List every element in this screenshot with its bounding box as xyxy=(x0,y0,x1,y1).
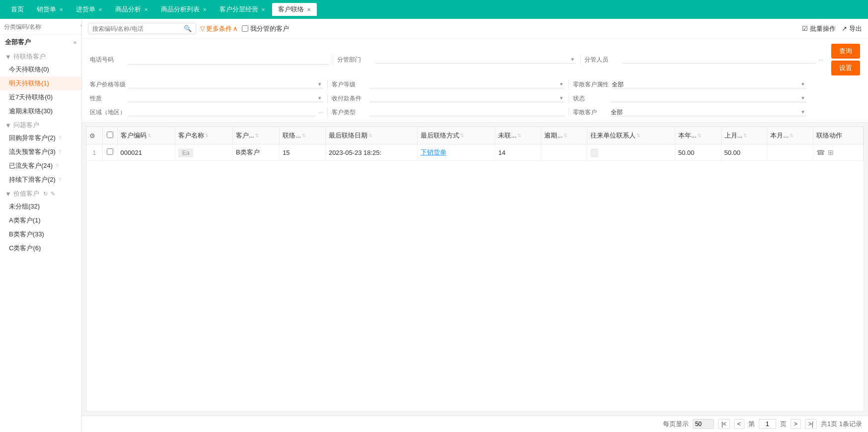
sidebar-item-declining[interactable]: 持续下滑客户(2) ? xyxy=(0,173,81,187)
close-product-analysis-icon[interactable]: ✕ xyxy=(144,7,148,12)
help-icon-2[interactable]: ? xyxy=(58,149,61,155)
problem-customers-group[interactable]: ▼ 问题客户 xyxy=(0,118,81,131)
help-icon-3[interactable]: ? xyxy=(55,163,58,169)
row-checkbox[interactable] xyxy=(107,148,113,155)
value-customers-group[interactable]: ▼ 价值客户 ↻ ✎ xyxy=(0,187,81,200)
sort-method-icon[interactable]: ⇅ xyxy=(460,133,464,138)
sidebar-item-class-b[interactable]: B类客户(33) xyxy=(0,227,81,241)
close-sales-order-icon[interactable]: ✕ xyxy=(59,7,63,12)
sort-overdue-icon[interactable]: ⇅ xyxy=(564,133,568,138)
edit-icon[interactable]: ✎ xyxy=(51,191,55,197)
all-customers-title[interactable]: 全部客户 « xyxy=(0,35,81,50)
row-action-more-icon[interactable]: ⊞ xyxy=(828,148,834,156)
sort-this-month-icon[interactable]: ⇅ xyxy=(790,133,794,138)
page-size-select[interactable]: 50 100 200 xyxy=(693,419,714,429)
my-customers-checkbox[interactable] xyxy=(242,25,248,32)
sort-uncontacted-icon[interactable]: ⇅ xyxy=(517,133,521,138)
sidebar-item-class-c[interactable]: C类客户(6) xyxy=(0,241,81,255)
nav-customer-segmentation[interactable]: 客户分层经营 ✕ xyxy=(214,3,271,16)
sort-name-icon[interactable]: ⇅ xyxy=(205,133,209,138)
region-select[interactable] xyxy=(129,109,316,116)
status-select[interactable] xyxy=(611,95,806,102)
query-button[interactable]: 查询 xyxy=(831,44,860,59)
pending-contact-group[interactable]: ▼ 待联络客户 xyxy=(0,50,81,63)
payment-select[interactable] xyxy=(369,95,565,102)
dept-select[interactable] xyxy=(375,56,576,63)
phone-input[interactable] xyxy=(128,55,329,65)
sidebar-item-ungrouped[interactable]: 未分组(32) xyxy=(0,200,81,214)
help-icon-4[interactable]: ? xyxy=(58,177,61,183)
first-page-button[interactable]: |< xyxy=(718,419,730,429)
retail-customer-select[interactable]: 全部 xyxy=(611,109,806,116)
nature-select[interactable] xyxy=(128,95,323,102)
th-this-month: 本月... ⇅ xyxy=(767,127,813,144)
sidebar-item-7day-contact[interactable]: 近7天待联络(0) xyxy=(0,90,81,104)
search-input[interactable] xyxy=(92,25,182,32)
sort-code-icon[interactable]: ⇅ xyxy=(147,133,151,138)
close-product-analysis-list-icon[interactable]: ✕ xyxy=(203,7,207,12)
search-submit-icon[interactable]: 🔍 xyxy=(184,25,192,32)
sort-contact-count-icon[interactable]: ⇅ xyxy=(302,133,306,138)
status-wrap: ▼ xyxy=(611,95,806,102)
page-number-input[interactable] xyxy=(759,419,776,429)
nav-product-analysis-list[interactable]: 商品分析列表 ✕ xyxy=(155,3,213,16)
sidebar-item-churn-warning[interactable]: 流失预警客户(3) ? xyxy=(0,145,81,159)
settings-button[interactable]: 设置 xyxy=(831,61,860,75)
filter-retail-customer: 零散客户 全部 ▼ xyxy=(573,108,806,117)
sidebar-item-tomorrow-contact[interactable]: 明天待联络(1) xyxy=(0,76,81,90)
nav-purchase-order[interactable]: 进货单 ✕ xyxy=(70,3,108,16)
sort-this-year-icon[interactable]: ⇅ xyxy=(698,133,702,138)
sidebar-item-overdue-contact[interactable]: 逾期未联络(30) xyxy=(0,104,81,118)
contact-method-link[interactable]: 下销货单 xyxy=(421,148,446,156)
top-navigation: 首页 销货单 ✕ 进货单 ✕ 商品分析 ✕ 商品分析列表 ✕ 客户分层经营 ✕ … xyxy=(0,0,868,19)
row-last-contact-date: 2023-05-23 18:25: xyxy=(325,144,417,161)
my-customers-checkbox-wrap[interactable]: 我分管的客户 xyxy=(242,24,289,33)
price-level-select[interactable] xyxy=(129,81,323,88)
data-table-area: ⚙ 客户编码 ⇅ 客户名称 xyxy=(86,127,864,412)
nav-customer-contact[interactable]: 客户联络 ✕ xyxy=(272,3,317,16)
refresh-icon[interactable]: ↻ xyxy=(43,191,48,197)
customer-type-select[interactable] xyxy=(369,109,565,116)
sort-person-icon[interactable]: ⇅ xyxy=(637,133,641,138)
filter-icon: ▽ xyxy=(200,25,205,32)
region-more-icon[interactable]: ··· xyxy=(319,109,323,115)
nav-sales-order[interactable]: 销货单 ✕ xyxy=(31,3,69,16)
th-contact-person: 往来单位联系人 ⇅ xyxy=(587,127,675,144)
batch-action-button[interactable]: ☑ 批量操作 xyxy=(802,24,836,33)
customer-level-select[interactable] xyxy=(369,81,565,88)
close-customer-contact-icon[interactable]: ✕ xyxy=(307,7,311,12)
export-button[interactable]: ↗ 导出 xyxy=(842,24,862,33)
th-overdue: 逾期... ⇅ xyxy=(541,127,587,144)
row-code: 000021 xyxy=(117,144,175,161)
sidebar-search-input[interactable] xyxy=(4,23,78,30)
sort-last-month-icon[interactable]: ⇅ xyxy=(743,133,747,138)
sort-date-icon[interactable]: ⇅ xyxy=(368,133,372,138)
divider-5 xyxy=(327,93,328,103)
row-last-month: 50.00 xyxy=(721,144,767,161)
more-conditions-button[interactable]: ▽ 更多条件 ∧ xyxy=(200,24,238,33)
sidebar-item-class-a[interactable]: A类客户(1) xyxy=(0,214,81,227)
nav-home[interactable]: 首页 xyxy=(5,3,30,16)
next-page-button[interactable]: > xyxy=(791,419,801,429)
filter-customer-type: 客户类型 xyxy=(332,108,565,117)
sort-type-icon[interactable]: ⇅ xyxy=(255,133,259,138)
sidebar-item-churned[interactable]: 已流失客户(24) ? xyxy=(0,159,81,173)
column-settings-icon[interactable]: ⚙ xyxy=(89,132,95,140)
help-icon-1[interactable]: ? xyxy=(58,135,61,141)
close-customer-segmentation-icon[interactable]: ✕ xyxy=(261,7,265,12)
select-all-checkbox[interactable] xyxy=(107,132,113,138)
sidebar-item-repurchase-abnormal[interactable]: 回购异常客户(2) ? xyxy=(0,131,81,145)
nav-product-analysis[interactable]: 商品分析 ✕ xyxy=(109,3,154,16)
last-page-button[interactable]: >| xyxy=(805,419,817,429)
prev-page-button[interactable]: < xyxy=(734,419,744,429)
close-purchase-order-icon[interactable]: ✕ xyxy=(98,7,102,12)
manager-more-icon[interactable]: ··· xyxy=(819,57,823,63)
right-actions: ☑ 批量操作 ↗ 导出 xyxy=(802,24,862,33)
sidebar-item-today-contact[interactable]: 今天待联络(0) xyxy=(0,63,81,76)
th-this-year: 本年... ⇅ xyxy=(675,127,721,144)
collapse-icon[interactable]: « xyxy=(73,39,76,45)
price-level-wrap: ▼ xyxy=(129,81,323,88)
retail-attr-select[interactable]: 全部 xyxy=(612,81,806,88)
row-action-contact-icon[interactable]: ☎ xyxy=(816,148,825,156)
manager-select[interactable] xyxy=(622,56,816,63)
